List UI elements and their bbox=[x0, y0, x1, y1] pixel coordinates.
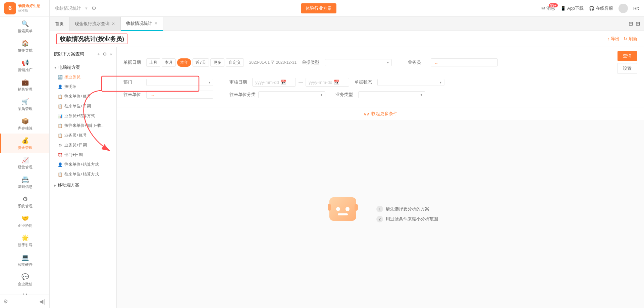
review-date-start-placeholder: yyyy-mm-dd bbox=[255, 80, 279, 85]
date-label: 单据日期 bbox=[123, 59, 144, 65]
tab-home[interactable]: 首页 bbox=[50, 17, 69, 31]
tab-bank-flow[interactable]: 现金银行流水查询 ✕ bbox=[69, 17, 121, 31]
date-range-text: 2023-01-01 至 2023-12-31 bbox=[249, 60, 297, 65]
tree-item-dept-date[interactable]: ⏰ 部门+日期 bbox=[50, 150, 116, 160]
sidebar-item-purchase[interactable]: 🛒 采购管理 bbox=[0, 95, 49, 114]
filter-counterpart-category-item: 往来单位分类 ▾ bbox=[229, 91, 330, 98]
tree-item-salesman-account[interactable]: 📋 业务员+账号 bbox=[50, 131, 116, 140]
messages-badge: 99+ bbox=[549, 3, 558, 7]
add-scheme-icon[interactable]: + bbox=[97, 51, 100, 57]
sidebar-item-marketing[interactable]: 📢 营销推广 bbox=[0, 56, 49, 75]
user-name: Rit bbox=[633, 6, 639, 11]
tab-collection[interactable]: 收款情况统计 ✕ bbox=[121, 17, 163, 31]
tree-item-unit-payment2[interactable]: 📋 往来单位+结算方式 bbox=[50, 169, 116, 179]
empty-robot bbox=[323, 197, 363, 231]
wechat-icon: 💬 bbox=[21, 273, 29, 280]
sidebar-item-inventory[interactable]: 📦 库存核算 bbox=[0, 114, 49, 134]
page-title: 收款情况统计(按业务员) bbox=[56, 34, 127, 44]
tree-item-unit-dept[interactable]: 📋 按往来单位+部门+收... bbox=[50, 121, 116, 131]
salesman-more-icon[interactable]: ... bbox=[435, 60, 438, 65]
tree-item-salesman-payment[interactable]: 📊 业务员+结算方式 bbox=[50, 111, 116, 121]
system-icon: ⚙ bbox=[22, 195, 28, 203]
tree-group-mobile: ▶ 移动端方案 bbox=[50, 181, 116, 190]
sidebar-item-finance[interactable]: 💰 资金管理 bbox=[0, 134, 49, 153]
sidebar-item-label: 快捷导航 bbox=[18, 48, 33, 53]
sidebar-item-member[interactable]: V 畅会员 bbox=[0, 289, 49, 295]
review-date-start[interactable]: yyyy-mm-dd 📅 bbox=[252, 78, 296, 87]
search-icon: 🔍 bbox=[21, 20, 29, 28]
left-panel: 按以下方案查询 + ⚙ « ▼ 电脑端方案 bbox=[50, 47, 117, 308]
date-btn-custom[interactable]: 自定义 bbox=[226, 58, 244, 67]
date-btn-last-7[interactable]: 近7天 bbox=[193, 58, 209, 67]
tree-item-unit-payment1[interactable]: 👤 往来单位+结算方式 bbox=[50, 160, 116, 169]
counterpart-category-label: 往来单位分类 bbox=[229, 92, 256, 98]
date-btn-this-year[interactable]: 本年 bbox=[177, 58, 191, 67]
counterpart-category-select[interactable]: ▾ bbox=[258, 91, 325, 98]
doc-type-select[interactable]: ▾ bbox=[325, 59, 392, 66]
app-download-area[interactable]: 📱 App下载 bbox=[560, 5, 584, 11]
counterpart-more-icon[interactable]: ... bbox=[151, 92, 154, 97]
query-button[interactable]: 查询 bbox=[618, 51, 637, 61]
purchase-icon: 🛒 bbox=[21, 98, 29, 105]
empty-state: 1 请先选择要分析的方案 2 用过滤条件来缩小分析范围 bbox=[117, 120, 644, 308]
doc-status-select[interactable]: ▾ bbox=[377, 79, 444, 86]
tree-item-salesman-date[interactable]: ⚙ 业务员+日期 bbox=[50, 140, 116, 150]
export-button[interactable]: ↑ 导出 bbox=[607, 36, 620, 42]
counterpart-select[interactable]: ... bbox=[146, 91, 213, 99]
sidebar-item-sales[interactable]: 💼 销售管理 bbox=[0, 75, 49, 95]
tree-group-desktop-label[interactable]: ▼ 电脑端方案 bbox=[50, 63, 116, 72]
sidebar-item-wechat[interactable]: 💬 企业微信 bbox=[0, 270, 49, 289]
filter-biz-type-item: 业务类型 ▾ bbox=[335, 91, 436, 98]
date-btn-this-month[interactable]: 本月 bbox=[162, 58, 176, 67]
calendar-icon-end[interactable]: 📅 bbox=[334, 80, 339, 85]
tree-group-mobile-label[interactable]: ▶ 移动端方案 bbox=[50, 181, 116, 190]
tree-item-unit-date[interactable]: 📋 往来单位+日期 bbox=[50, 101, 116, 111]
tree-item-by-salesman[interactable]: 🔄 按业务员 bbox=[50, 72, 116, 82]
robot-eye-left bbox=[336, 207, 340, 211]
tab-maximize-icon[interactable]: ⊞ bbox=[636, 20, 640, 27]
app-download-label: App下载 bbox=[567, 5, 584, 11]
robot-eye-right bbox=[345, 207, 350, 211]
dept-select[interactable]: ▾ bbox=[146, 79, 213, 86]
collapse-panel-icon[interactable]: « bbox=[110, 51, 112, 57]
robot-ear-left bbox=[328, 204, 331, 211]
messages-area[interactable]: ✉ 消息 99+ bbox=[541, 5, 555, 11]
sidebar-item-label: 营销推广 bbox=[18, 67, 33, 72]
left-panel-icons: + ⚙ « bbox=[97, 51, 112, 57]
sidebar-item-hardware[interactable]: 💻 智能硬件 bbox=[0, 250, 49, 270]
sidebar-item-guide[interactable]: 🌟 新手引导 bbox=[0, 231, 49, 250]
top-header: 收款情况统计 ▾ ⚙ 体验行业方案 ✉ 消息 99+ 📱 App下载 🎧 在线客… bbox=[50, 0, 644, 17]
doc-type-chevron: ▾ bbox=[387, 61, 389, 64]
date-group: 上月 本月 本年 近7天 更多 自定义 bbox=[146, 58, 244, 67]
settings-bottom-icon[interactable]: ⚙ bbox=[3, 298, 8, 305]
sidebar-item-quick-nav[interactable]: 🏠 快捷导航 bbox=[0, 36, 49, 56]
logo-edition: 标准版 bbox=[18, 8, 40, 13]
user-avatar[interactable] bbox=[619, 4, 628, 13]
filter-date-item: 单据日期 上月 本月 本年 近7天 更多 自定义 2023-01-01 至 20… bbox=[123, 58, 297, 67]
salesman-select[interactable]: ... bbox=[431, 58, 498, 66]
review-date-end[interactable]: yyyy-mm-dd 📅 bbox=[306, 78, 349, 87]
sidebar-item-operations[interactable]: 📈 经营管理 bbox=[0, 153, 49, 172]
tab-minimize-icon[interactable]: ⊟ bbox=[629, 20, 633, 27]
sidebar-item-basic-info[interactable]: 📇 基础信息 bbox=[0, 172, 49, 192]
settings-button[interactable]: 设置 bbox=[617, 63, 637, 74]
sidebar-item-enterprise[interactable]: 🤝 企业协同 bbox=[0, 211, 49, 231]
refresh-button[interactable]: ↻ 刷新 bbox=[624, 36, 637, 42]
calendar-icon-start[interactable]: 📅 bbox=[280, 80, 286, 85]
collapse-sidebar-icon[interactable]: ◀‖ bbox=[39, 298, 46, 305]
date-btn-more[interactable]: 更多 bbox=[210, 58, 224, 67]
trial-button[interactable]: 体验行业方案 bbox=[301, 3, 336, 13]
scheme-settings-icon[interactable]: ⚙ bbox=[103, 51, 107, 57]
tree-item-unit-account[interactable]: 📋 往来单位+账号 bbox=[50, 92, 116, 101]
tab-collection-close[interactable]: ✕ bbox=[154, 21, 158, 26]
tab-bank-flow-close[interactable]: ✕ bbox=[112, 21, 115, 26]
online-service-area[interactable]: 🎧 在线客服 bbox=[589, 5, 613, 11]
biz-type-select[interactable]: ▾ bbox=[358, 91, 425, 98]
collapse-bar[interactable]: ∧∧ 收起更多条件 bbox=[117, 107, 644, 120]
tree-item-by-detail[interactable]: 👤 按明细 bbox=[50, 82, 116, 92]
sidebar-item-search[interactable]: 🔍 搜索菜单 bbox=[0, 17, 49, 36]
hardware-icon: 💻 bbox=[21, 254, 29, 261]
sidebar-item-system[interactable]: ⚙ 系统管理 bbox=[0, 192, 49, 211]
settings-header-icon[interactable]: ⚙ bbox=[92, 5, 96, 11]
date-btn-last-month[interactable]: 上月 bbox=[146, 58, 160, 67]
